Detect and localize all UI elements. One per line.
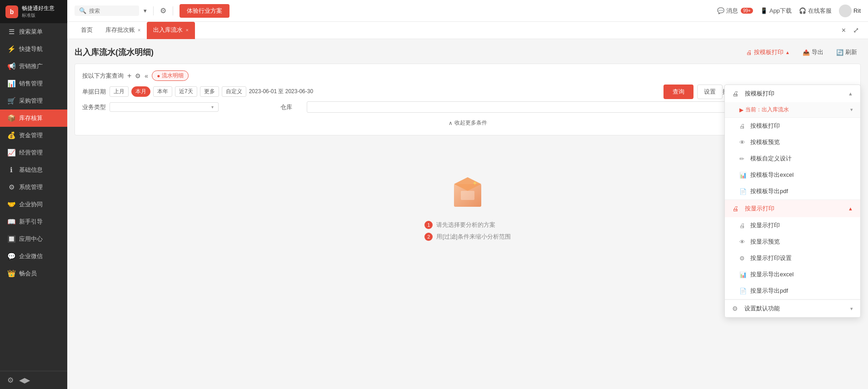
tab-inout-flow-close[interactable]: × — [185, 27, 188, 33]
user-profile-btn[interactable]: Rit — [839, 5, 861, 17]
enterprise-wx-icon: 💬 — [7, 252, 15, 260]
template-custom-label: 模板自定义设计 — [750, 155, 792, 163]
sidebar-item-finance[interactable]: 💰 资金管理 — [0, 127, 67, 144]
tab-home[interactable]: 首页 — [75, 22, 99, 39]
svg-text:✦: ✦ — [472, 180, 478, 187]
sidebar-item-enterprise[interactable]: 🤝 企业协同 — [0, 196, 67, 213]
tab-inventory-batch-label: 库存批次账 — [105, 26, 135, 34]
sidebar-collapse-icon[interactable]: ◀▶ — [19, 376, 30, 384]
collapse-conditions-btn[interactable]: ∧ 收起更多条件 — [443, 117, 493, 129]
sidebar-item-basic-info[interactable]: ℹ 基础信息 — [0, 161, 67, 179]
sidebar-item-label: 搜索菜单 — [19, 28, 43, 36]
date-btn-more[interactable]: 更多 — [200, 86, 219, 97]
filter-add-btn[interactable]: + — [127, 72, 131, 80]
empty-steps: 1 请先选择要分析的方案 2 用[过滤]条件来缩小分析范围 — [424, 219, 510, 243]
purchase-icon: 🛒 — [7, 97, 15, 105]
topbar-settings-icon[interactable]: ⚙ — [160, 6, 166, 15]
template-export-excel-item[interactable]: 📊 按模板导出excel — [725, 167, 860, 183]
date-btn-7days[interactable]: 近7天 — [175, 86, 197, 97]
sidebar-item-marketing[interactable]: 📢 营销推广 — [0, 58, 67, 75]
content-area: 出入库流水(流水明细) 🖨 按模板打印 ▲ 📤 导出 🔄 刷新 — [67, 39, 868, 389]
refresh-label: 刷新 — [845, 48, 857, 56]
message-btn[interactable]: 💬 消息 99+ — [717, 7, 753, 15]
enterprise-icon: 🤝 — [7, 200, 15, 209]
tab-home-label: 首页 — [81, 26, 93, 34]
search-input[interactable] — [89, 8, 135, 14]
query-btn[interactable]: 查询 — [663, 85, 693, 99]
display-print-section-label: 按显示打印 — [745, 204, 774, 213]
current-arrow-icon: ▾ — [850, 107, 853, 113]
date-btn-last-month[interactable]: 上月 — [110, 86, 129, 97]
app-logo-icon: b — [5, 5, 18, 18]
display-print-section-header[interactable]: 🖨 按显示打印 ▲ — [725, 200, 860, 217]
sidebar-item-operations[interactable]: 📈 经营管理 — [0, 144, 67, 161]
display-print-item[interactable]: 🖨 按显示打印 — [725, 217, 860, 234]
export-btn[interactable]: 📤 导出 — [799, 46, 827, 58]
display-print-icon: 🖨 — [732, 205, 738, 212]
sidebar-item-sales[interactable]: 📊 销售管理 — [0, 75, 67, 92]
template-preview-item[interactable]: 👁 按模板预览 — [725, 134, 860, 150]
tab-inout-flow[interactable]: 出入库流水 × — [147, 22, 195, 39]
sidebar-item-search-menu[interactable]: ☰ 搜索菜单 — [0, 23, 67, 40]
sidebar-item-system[interactable]: ⚙ 系统管理 — [0, 179, 67, 196]
sidebar-item-guide[interactable]: 📖 新手引导 — [0, 213, 67, 230]
filter-collapse-btn[interactable]: « — [145, 72, 148, 80]
template-print-item[interactable]: 🖨 按模板打印 — [725, 118, 860, 134]
trial-btn[interactable]: 体验行业方案 — [180, 4, 229, 18]
sidebar-item-inventory[interactable]: 📦 库存核算 — [0, 110, 67, 127]
app-download-btn[interactable]: 📱 App下载 — [760, 7, 792, 15]
date-btn-this-month[interactable]: 本月 — [131, 86, 150, 97]
date-btn-custom[interactable]: 自定义 — [222, 86, 246, 97]
topbar-search-box[interactable]: 🔍 — [75, 5, 139, 16]
sidebar: b 畅捷通好生意 标准版 ☰ 搜索菜单 ⚡ 快捷导航 📢 营销推广 📊 销售管理… — [0, 0, 67, 389]
sidebar-item-quick-nav[interactable]: ⚡ 快捷导航 — [0, 40, 67, 58]
sidebar-item-app-center[interactable]: 🔲 应用中心 — [0, 230, 67, 248]
message-icon: 💬 — [717, 7, 724, 14]
filter-tag[interactable]: ● 流水明细 — [152, 70, 189, 81]
window-close-btn[interactable]: × — [840, 25, 848, 35]
settings-gear-icon[interactable]: ⚙ — [7, 376, 14, 384]
print-btn[interactable]: 🖨 按模板打印 ▲ — [743, 46, 793, 58]
refresh-btn[interactable]: 🔄 刷新 — [833, 46, 861, 58]
sidebar-item-vip[interactable]: 👑 畅会员 — [0, 265, 67, 282]
template-export-pdf-item[interactable]: 📄 按模板导出pdf — [725, 183, 860, 199]
biz-type-select[interactable]: ▾ — [110, 102, 219, 112]
tag-dot-icon: ● — [157, 73, 160, 79]
page-actions: 🖨 按模板打印 ▲ 📤 导出 🔄 刷新 — [743, 46, 861, 58]
template-print-header[interactable]: 🖨 按模板打印 ▲ — [725, 85, 860, 102]
template-custom-item[interactable]: ✏ 模板自定义设计 — [725, 150, 860, 167]
display-print-settings-item[interactable]: ⚙ 按显示打印设置 — [725, 250, 860, 266]
current-label: 当前：出入库流水 — [745, 106, 789, 114]
template-export-excel-label: 按模板导出excel — [750, 171, 793, 179]
sidebar-item-purchase[interactable]: 🛒 采购管理 — [0, 92, 67, 110]
online-service-btn[interactable]: 🎧 在线客服 — [799, 7, 832, 15]
print-arrow-icon: ▲ — [785, 50, 790, 55]
marketing-icon: 📢 — [7, 62, 15, 70]
set-default-label: 设置默认功能 — [744, 304, 780, 313]
set-default-item[interactable]: ⚙ 设置默认功能 ▾ — [725, 299, 860, 317]
window-expand-btn[interactable]: ⤢ — [851, 25, 861, 35]
sidebar-item-label: 畅会员 — [19, 269, 37, 278]
display-export-excel-item[interactable]: 📊 按显示导出excel — [725, 266, 860, 283]
excel-icon: 📊 — [739, 172, 747, 179]
display-export-pdf-label: 按显示导出pdf — [750, 287, 788, 295]
sales-icon: 📊 — [7, 80, 15, 88]
display-export-pdf-item[interactable]: 📄 按显示导出pdf — [725, 283, 860, 299]
date-filter-group: 上月 本月 本年 近7天 更多 自定义 2023-06-01 至 2023-06… — [110, 86, 313, 97]
empty-step-2: 2 用[过滤]条件来缩小分析范围 — [424, 231, 510, 243]
date-range-text: 2023-06-01 至 2023-06-30 — [249, 88, 313, 95]
display-preview-item[interactable]: 👁 按显示预览 — [725, 234, 860, 250]
filter-settings-btn[interactable]: ⚙ — [135, 72, 141, 80]
tab-inventory-batch-close[interactable]: × — [138, 27, 140, 33]
tabs-bar: 首页 库存批次账 × 出入库流水 × × ⤢ — [67, 22, 868, 39]
topbar-dropdown-icon[interactable]: ▾ — [144, 7, 147, 14]
preview-doc-icon: 👁 — [739, 139, 747, 146]
empty-illustration: ✦ — [445, 168, 490, 214]
display-print-arrow-icon: ▲ — [848, 206, 853, 211]
avatar — [839, 5, 852, 17]
tab-inventory-batch[interactable]: 库存批次账 × — [99, 22, 147, 39]
date-btn-this-year[interactable]: 本年 — [153, 86, 172, 97]
settings-btn[interactable]: 设置 — [697, 85, 723, 99]
sidebar-item-label: 快捷导航 — [19, 45, 43, 53]
sidebar-item-enterprise-wx[interactable]: 💬 企业微信 — [0, 248, 67, 265]
